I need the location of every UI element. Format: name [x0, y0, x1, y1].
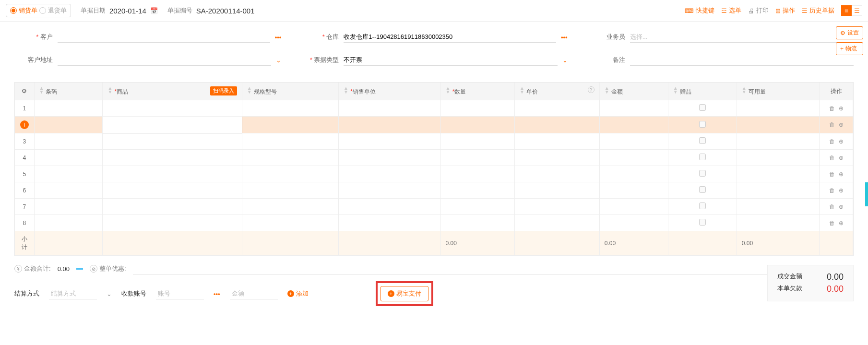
- remark-input[interactable]: [630, 54, 854, 66]
- unit-cell[interactable]: [338, 133, 440, 150]
- qty-cell[interactable]: [440, 166, 514, 182]
- spec-cell[interactable]: [242, 166, 338, 182]
- copy-row-icon[interactable]: ⊕: [839, 171, 844, 178]
- address-input[interactable]: [58, 54, 271, 66]
- copy-row-icon[interactable]: ⊕: [839, 203, 844, 210]
- customer-more-icon[interactable]: •••: [275, 34, 282, 41]
- amount-cell[interactable]: [599, 166, 668, 182]
- qty-cell[interactable]: [440, 215, 514, 231]
- price-cell[interactable]: [514, 117, 599, 133]
- price-cell[interactable]: [514, 215, 599, 231]
- copy-row-icon[interactable]: ⊕: [839, 155, 844, 161]
- unit-cell[interactable]: [338, 182, 440, 199]
- add-row-button[interactable]: +: [20, 120, 29, 129]
- product-cell[interactable]: [103, 215, 242, 231]
- price-cell[interactable]: [514, 166, 599, 182]
- price-cell[interactable]: [514, 133, 599, 150]
- barcode-cell[interactable]: [34, 215, 103, 231]
- barcode-cell[interactable]: [34, 133, 103, 150]
- history-button[interactable]: ☰ 历史单据: [802, 6, 834, 15]
- gift-checkbox[interactable]: [699, 202, 706, 209]
- amount-cell[interactable]: [599, 133, 668, 150]
- spec-cell[interactable]: [242, 133, 338, 150]
- order-type-selector[interactable]: 销货单 退货单: [6, 4, 71, 17]
- product-cell[interactable]: [103, 199, 242, 215]
- unit-cell[interactable]: [338, 100, 440, 117]
- col-unit[interactable]: ▲▼*销售单位: [338, 83, 440, 100]
- table-row[interactable]: 4🗑⊕: [15, 150, 853, 166]
- product-cell[interactable]: [103, 117, 242, 133]
- add-payment-button[interactable]: + 添加: [287, 289, 309, 298]
- col-price[interactable]: ▲▼单价?: [514, 83, 599, 100]
- barcode-cell[interactable]: [34, 117, 103, 133]
- select-order-button[interactable]: ☲ 选单: [721, 6, 741, 15]
- warehouse-input[interactable]: [344, 31, 556, 43]
- delete-row-icon[interactable]: 🗑: [829, 171, 835, 178]
- view-compact-button[interactable]: ≡: [841, 5, 852, 16]
- operate-button[interactable]: ⊞ 操作: [775, 6, 795, 15]
- col-spec[interactable]: ▲▼规格型号: [242, 83, 338, 100]
- copy-row-icon[interactable]: ⊕: [839, 121, 844, 128]
- gift-checkbox[interactable]: [699, 154, 706, 160]
- gift-checkbox[interactable]: [699, 137, 706, 144]
- salesperson-input[interactable]: [630, 31, 843, 43]
- table-row[interactable]: +🗑⊕: [15, 117, 853, 133]
- spec-cell[interactable]: [242, 150, 338, 166]
- chevron-down-icon[interactable]: ⌄: [276, 57, 281, 64]
- price-cell[interactable]: [514, 199, 599, 215]
- col-qty[interactable]: ▲▼*数量: [440, 83, 514, 100]
- copy-row-icon[interactable]: ⊕: [839, 220, 844, 226]
- unit-cell[interactable]: [338, 150, 440, 166]
- amount-cell[interactable]: [599, 150, 668, 166]
- table-row[interactable]: 8🗑⊕: [15, 215, 853, 231]
- gift-checkbox[interactable]: [699, 219, 706, 226]
- barcode-cell[interactable]: [34, 100, 103, 117]
- unit-cell[interactable]: [338, 166, 440, 182]
- product-cell[interactable]: [103, 133, 242, 150]
- col-product[interactable]: ▲▼*商品扫码录入: [103, 83, 242, 100]
- barcode-cell[interactable]: [34, 150, 103, 166]
- copy-row-icon[interactable]: ⊕: [839, 105, 844, 112]
- qty-cell[interactable]: [440, 182, 514, 199]
- table-row[interactable]: 6🗑⊕: [15, 182, 853, 199]
- col-gift[interactable]: ▲▼赠品: [668, 83, 737, 100]
- table-row[interactable]: 3🗑⊕: [15, 133, 853, 150]
- barcode-cell[interactable]: [34, 166, 103, 182]
- spec-cell[interactable]: [242, 215, 338, 231]
- price-cell[interactable]: [514, 100, 599, 117]
- table-row[interactable]: 1🗑⊕: [15, 100, 853, 117]
- delete-row-icon[interactable]: 🗑: [829, 138, 835, 145]
- shortcut-button[interactable]: ⌨ 快捷键: [685, 6, 714, 15]
- table-settings-button[interactable]: ⚙: [15, 83, 34, 100]
- sales-order-radio[interactable]: 销货单: [10, 6, 37, 15]
- date-value[interactable]: 2020-01-14: [109, 7, 146, 15]
- qty-cell[interactable]: [440, 133, 514, 150]
- yeepay-button[interactable]: + 易宝支付: [380, 286, 428, 301]
- table-row[interactable]: 5🗑⊕: [15, 166, 853, 182]
- spec-cell[interactable]: [242, 100, 338, 117]
- scan-badge[interactable]: 扫码录入: [210, 86, 237, 95]
- copy-row-icon[interactable]: ⊕: [839, 138, 844, 145]
- help-icon[interactable]: ?: [588, 86, 595, 93]
- unit-cell[interactable]: [338, 199, 440, 215]
- calendar-icon[interactable]: 📅: [150, 7, 158, 14]
- unit-cell[interactable]: [338, 215, 440, 231]
- delete-row-icon[interactable]: 🗑: [829, 121, 835, 128]
- account-more-icon[interactable]: •••: [214, 290, 220, 297]
- invoice-type-input[interactable]: [344, 54, 557, 66]
- gift-checkbox[interactable]: [699, 121, 706, 128]
- copy-row-icon[interactable]: ⊕: [839, 187, 844, 194]
- qty-cell[interactable]: [440, 100, 514, 117]
- barcode-cell[interactable]: [34, 182, 103, 199]
- price-cell[interactable]: [514, 150, 599, 166]
- spec-cell[interactable]: [242, 182, 338, 199]
- amount-cell[interactable]: [599, 182, 668, 199]
- customer-input[interactable]: [58, 31, 270, 43]
- return-order-radio[interactable]: 退货单: [39, 6, 67, 15]
- barcode-cell[interactable]: [34, 199, 103, 215]
- delete-row-icon[interactable]: 🗑: [829, 187, 835, 194]
- settings-button[interactable]: ⚙ 设置: [836, 26, 863, 39]
- delete-row-icon[interactable]: 🗑: [829, 155, 835, 161]
- account-input[interactable]: [156, 288, 204, 299]
- discount-input[interactable]: [133, 263, 768, 274]
